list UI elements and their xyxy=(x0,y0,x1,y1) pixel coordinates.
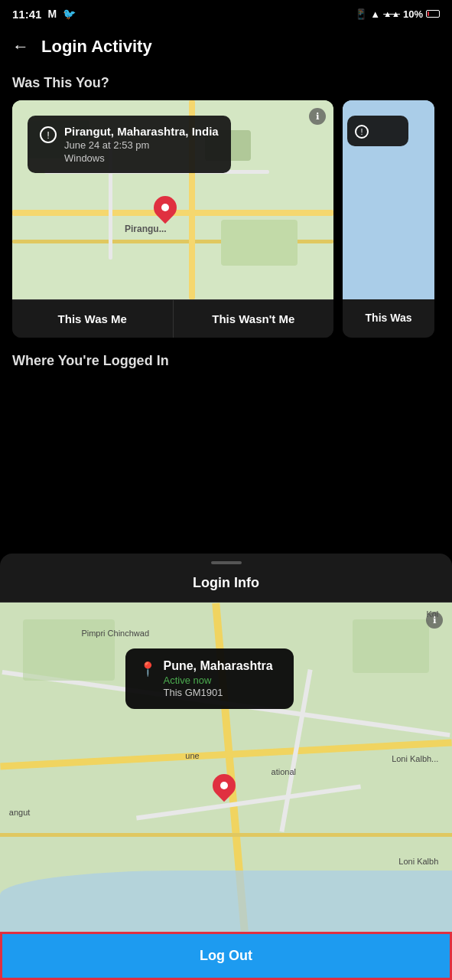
back-button[interactable]: ← xyxy=(12,37,29,57)
pune-city: Pune, Maharashtra xyxy=(164,659,273,673)
map-area-1: Pirangu... ! Pirangut, Maharashtra, Indi… xyxy=(12,100,333,299)
popup-platform: Windows xyxy=(64,152,219,164)
location-popup-1: ! Pirangut, Maharashtra, India June 24 a… xyxy=(28,116,231,173)
status-bar: 11:41 M 🐦 📱 ▲ ▲▲ 10% xyxy=(0,0,452,28)
pin-head-1 xyxy=(149,191,181,224)
popup-date: June 24 at 2:53 pm xyxy=(64,139,219,151)
map-pin-1 xyxy=(154,196,177,219)
was-this-you-section: Was This You? Piran xyxy=(0,69,452,338)
twitter-icon: 🐦 xyxy=(63,8,76,20)
pune-status: Active now xyxy=(164,675,273,686)
bottom-sheet: Login Info Pimpri Chinchwad ational Loni… xyxy=(0,554,452,980)
location-pin-icon: 📍 xyxy=(139,661,156,678)
cards-row: Pirangu... ! Pirangut, Maharashtra, Indi… xyxy=(0,100,452,338)
map-info-button-1[interactable]: ℹ xyxy=(309,108,326,125)
card-buttons-1: This Was Me This Wasn't Me xyxy=(12,299,333,338)
battery-indicator xyxy=(426,10,440,18)
pune-popup: 📍 Pune, Maharashtra Active now This GM19… xyxy=(125,648,294,709)
wifi-icon: ▲ xyxy=(370,8,380,20)
partial-map: ! xyxy=(343,100,434,299)
header: ← Login Activity xyxy=(0,28,452,69)
sheet-title: Login Info xyxy=(0,564,452,603)
pune-map-pin xyxy=(213,774,236,797)
login-card-2-partial: ! This Was xyxy=(343,100,434,338)
popup-location: Pirangut, Maharashtra, India xyxy=(64,125,219,138)
gmail-icon: M xyxy=(47,8,57,20)
warning-icon: ! xyxy=(40,126,57,143)
partial-warning-icon: ! xyxy=(355,125,369,139)
where-logged-in-section: Where You're Logged In xyxy=(0,338,452,381)
page-title: Login Activity xyxy=(41,37,152,57)
was-this-you-title: Was This You? xyxy=(0,69,452,100)
where-logged-in-title: Where You're Logged In xyxy=(12,353,440,369)
this-was-me-button[interactable]: This Was Me xyxy=(12,300,174,338)
partial-this-was-button[interactable]: This Was xyxy=(343,299,434,336)
pin-dot-1 xyxy=(161,204,169,211)
pune-popup-text: Pune, Maharashtra Active now This GM1901 xyxy=(164,659,273,698)
signal-icon: ▲▲ xyxy=(383,9,400,18)
status-left: 11:41 M 🐦 xyxy=(12,8,76,21)
time-display: 11:41 xyxy=(12,8,41,21)
battery-icon: 📱 xyxy=(355,8,367,20)
pune-pin-dot xyxy=(220,782,228,789)
sheet-map-info-button[interactable]: ℹ xyxy=(426,612,443,629)
pune-device: This GM1901 xyxy=(164,687,273,698)
this-wasnt-me-button[interactable]: This Wasn't Me xyxy=(174,300,334,338)
login-card-1: Pirangu... ! Pirangut, Maharashtra, Indi… xyxy=(12,100,333,338)
sheet-map: Pimpri Chinchwad ational Loni Kalbh... a… xyxy=(0,603,452,932)
partial-popup: ! xyxy=(347,116,408,146)
logout-button[interactable]: Log Out xyxy=(0,932,452,980)
pune-pin-head xyxy=(208,769,240,801)
battery-percent: 10% xyxy=(403,8,423,20)
status-right: 📱 ▲ ▲▲ 10% xyxy=(355,8,440,20)
